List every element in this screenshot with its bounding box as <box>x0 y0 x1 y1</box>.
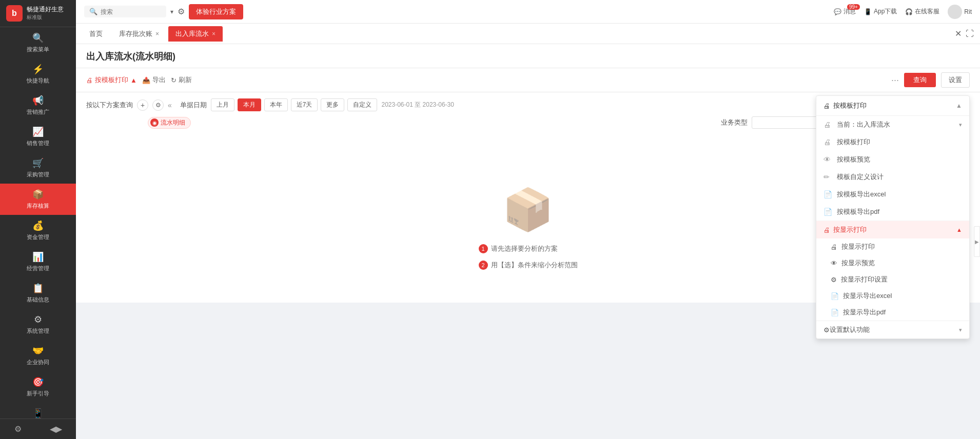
dropdown-sub-display-print-settings[interactable]: ⚙ 按显示打印设置 <box>816 271 969 288</box>
topbar-gear-icon[interactable]: ⚙ <box>178 7 185 16</box>
date-btn-7days[interactable]: 近7天 <box>291 98 318 111</box>
template-print-d-label: 按模板打印 <box>837 137 870 147</box>
dropdown-section-display-header[interactable]: 🖨 按显示打印 ▲ <box>816 221 969 238</box>
display-section-arrow: ▲ <box>956 227 962 233</box>
filter-add-button[interactable]: + <box>137 99 148 111</box>
online-service-btn[interactable]: 🎧 在线客服 <box>905 7 939 16</box>
message-btn[interactable]: 💬 消息 99+ <box>834 7 856 16</box>
sidebar-label-search: 搜索菜单 <box>27 46 49 53</box>
date-btn-more[interactable]: 更多 <box>321 98 344 111</box>
cart-icon: 🛒 <box>32 157 44 169</box>
settings-bottom-icon[interactable]: ⚙ <box>14 424 22 434</box>
sidebar-item-inventory[interactable]: 📦 库存核算 <box>0 184 76 215</box>
template-print-btn[interactable]: 🖨 按模板打印 ▲ <box>86 75 137 85</box>
message-icon: 💬 <box>834 8 841 15</box>
headset-icon: 🎧 <box>905 8 913 15</box>
sidebar-item-finance[interactable]: 💰 资金管理 <box>0 215 76 246</box>
sidebar-label-inventory: 库存核算 <box>27 202 49 210</box>
filter-tag-icon: ◉ <box>150 118 159 127</box>
display-print-settings-icon: ⚙ <box>831 276 837 284</box>
sidebar-item-system[interactable]: ⚙ 系统管理 <box>0 309 76 340</box>
dropdown-item-template-excel[interactable]: 📄 按模板导出excel <box>816 186 969 203</box>
display-print-icon: 🖨 <box>831 243 837 251</box>
query-button[interactable]: 查询 <box>904 73 936 87</box>
template-custom-label: 模板自定义设计 <box>837 172 884 182</box>
chart-icon: 📈 <box>32 126 44 137</box>
current-template-label: 当前：出入库流水 <box>837 120 890 129</box>
money-icon: 💰 <box>32 220 44 231</box>
current-template-arrow: ▾ <box>959 122 962 128</box>
tab-close-all-icon[interactable]: ✕ <box>955 29 962 38</box>
topbar-dropdown-arrow[interactable]: ▾ <box>170 8 173 15</box>
handshake-icon: 🤝 <box>32 345 44 356</box>
settings-button[interactable]: 设置 <box>941 72 970 88</box>
tab-home[interactable]: 首页 <box>82 26 110 42</box>
megaphone-icon: 📢 <box>32 95 44 106</box>
sidebar-item-basic-info[interactable]: 📋 基础信息 <box>0 277 76 309</box>
tab-inout-flow-close[interactable]: × <box>212 30 215 37</box>
filter-scheme-label: 按以下方案查询 <box>86 101 133 110</box>
right-scroll-handle[interactable]: ▶ <box>974 226 980 257</box>
date-label: 单据日期 <box>180 101 207 110</box>
search-input[interactable] <box>101 8 152 15</box>
filter-collapse-icon[interactable]: « <box>168 101 172 109</box>
tab-batch-account-close[interactable]: × <box>155 30 159 37</box>
date-btn-prev-month[interactable]: 上月 <box>211 98 234 111</box>
filter-tag-label: 流水明细 <box>161 118 185 127</box>
dropdown-item-template-preview[interactable]: 👁 按模板预览 <box>816 151 969 168</box>
filter-config-button[interactable]: ⚙ <box>152 99 164 111</box>
more-actions-icon[interactable]: ··· <box>891 75 899 86</box>
tab-inout-flow[interactable]: 出入库流水 × <box>168 26 223 42</box>
dropdown-panel-template-print: 🖨 按模板打印 ▲ 🖨 当前：出入库流水 ▾ 🖨 按模板打印 <box>816 95 970 339</box>
sidebar-item-quick-nav[interactable]: ⚡ 快捷导航 <box>0 58 76 90</box>
dropdown-section-display: 🖨 按显示打印 ▲ 🖨 按显示打印 👁 按显示预览 <box>816 221 969 321</box>
dropdown-sub-display-preview[interactable]: 👁 按显示预览 <box>816 255 969 271</box>
app-download-btn[interactable]: 📱 App下载 <box>864 7 897 16</box>
user-avatar-area[interactable]: Rit <box>948 5 972 19</box>
filter-tag-flow-detail[interactable]: ◉ 流水明细 <box>148 117 191 129</box>
sidebar-item-enterprise[interactable]: 🤝 企业协同 <box>0 340 76 371</box>
sidebar-item-operations[interactable]: 📊 经营管理 <box>0 246 76 277</box>
refresh-btn[interactable]: ↻ 刷新 <box>171 75 192 85</box>
template-preview-label: 按模板预览 <box>837 155 870 164</box>
sidebar-label-quick-nav: 快捷导航 <box>27 77 49 85</box>
sidebar-item-guide[interactable]: 🎯 新手引导 <box>0 371 76 403</box>
sidebar-item-sales[interactable]: 📈 销售管理 <box>0 121 76 152</box>
date-btn-current-month[interactable]: 本月 <box>238 98 261 111</box>
industry-solution-button[interactable]: 体验行业方案 <box>189 4 243 19</box>
tab-inout-flow-label: 出入库流水 <box>175 29 209 38</box>
sidebar-item-app-center[interactable]: 📱 应用中心 <box>0 403 76 418</box>
dropdown-footer-default[interactable]: ⚙ 设置默认功能 ▾ <box>816 321 969 338</box>
action-toolbar: 🖨 按模板打印 ▲ 📤 导出 ↻ 刷新 ··· 查询 设置 <box>76 68 980 92</box>
dropdown-item-template-print[interactable]: 🖨 按模板打印 <box>816 133 969 151</box>
sidebar-item-search[interactable]: 🔍 搜索菜单 <box>0 27 76 58</box>
tab-batch-account[interactable]: 库存批次账 × <box>112 26 166 42</box>
display-section-icon: 🖨 <box>824 226 830 234</box>
template-preview-icon: 👁 <box>824 155 833 164</box>
printer-icon: 🖨 <box>86 76 93 84</box>
tab-batch-account-label: 库存批次账 <box>119 29 152 38</box>
set-default-icon: ⚙ <box>824 326 830 334</box>
export-btn[interactable]: 📤 导出 <box>142 75 166 85</box>
dropdown-sub-display-excel[interactable]: 📄 按显示导出excel <box>816 288 969 304</box>
date-btn-current-year[interactable]: 本年 <box>264 98 288 111</box>
dropdown-sub-display-pdf[interactable]: 📄 按显示导出pdf <box>816 304 969 321</box>
dropdown-current-template[interactable]: 🖨 当前：出入库流水 ▾ <box>816 116 969 133</box>
dropdown-header: 🖨 按模板打印 ▲ <box>816 96 969 116</box>
sidebar-bottom: ⚙ ◀▶ <box>0 418 76 439</box>
collapse-sidebar-icon[interactable]: ◀▶ <box>50 424 62 434</box>
lightning-icon: ⚡ <box>32 64 44 75</box>
sidebar-label-basic-info: 基础信息 <box>27 296 49 304</box>
dropdown-panel-up-arrow[interactable]: ▲ <box>956 102 962 109</box>
sidebar-item-marketing[interactable]: 📢 营销推广 <box>0 90 76 121</box>
topbar-search-box[interactable]: 🔍 <box>84 6 166 17</box>
main-area: 🔍 ▾ ⚙ 体验行业方案 💬 消息 99+ 📱 App下载 🎧 <box>76 0 980 439</box>
dropdown-item-template-custom[interactable]: ✏ 模板自定义设计 <box>816 168 969 186</box>
dropdown-item-template-pdf[interactable]: 📄 按模板导出pdf <box>816 203 969 221</box>
biz-type-label: 业务类型 <box>721 118 748 127</box>
tab-maximize-icon[interactable]: ⛶ <box>966 29 974 38</box>
date-btn-custom[interactable]: 自定义 <box>347 98 377 111</box>
sidebar-item-purchase[interactable]: 🛒 采购管理 <box>0 152 76 184</box>
sidebar-label-enterprise: 企业协同 <box>27 358 49 366</box>
dropdown-sub-display-print[interactable]: 🖨 按显示打印 <box>816 238 969 255</box>
